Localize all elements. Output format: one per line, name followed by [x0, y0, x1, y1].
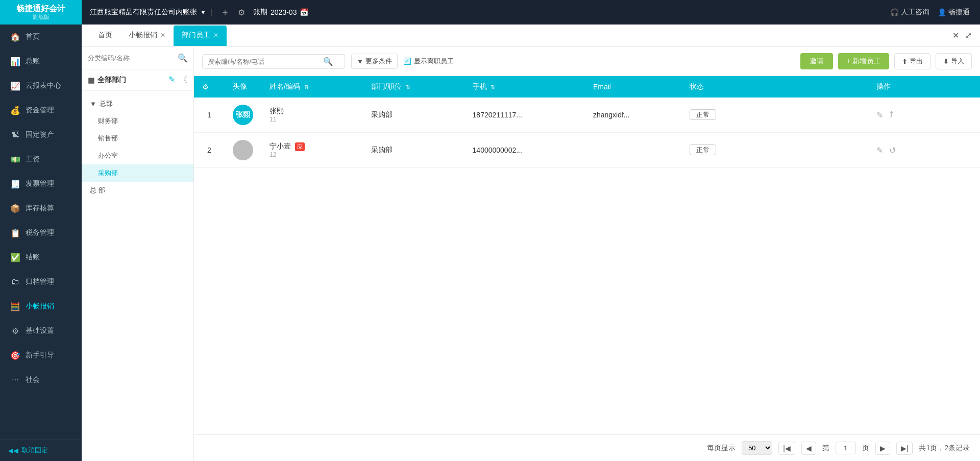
- dept-tree-item-zong-bu2[interactable]: 总 部: [82, 182, 193, 199]
- invite-button[interactable]: 邀请: [800, 53, 833, 69]
- dept-tree-item-zongbu[interactable]: ▼ 总部: [82, 95, 193, 112]
- row-email: [585, 133, 681, 168]
- company-selector[interactable]: 江西服宝精品有限责任公司内账张 ▼: [90, 8, 206, 17]
- dept-tree: ▼ 总部 财务部 销售部 办公室 采购部: [82, 91, 193, 461]
- page-input[interactable]: [836, 442, 856, 454]
- support-button[interactable]: 🎧 人工咨询: [890, 8, 929, 17]
- delete-icon[interactable]: ↺: [889, 145, 896, 155]
- next-page-button[interactable]: ▶: [875, 442, 890, 455]
- sidebar-item-guide[interactable]: 🎯 新手引导: [0, 343, 82, 368]
- sidebar-item-reports[interactable]: 📈 云报表中心: [0, 74, 82, 98]
- calendar-icon: 📅: [300, 8, 308, 16]
- row-status: 正常: [681, 98, 868, 133]
- sidebar-item-more[interactable]: ··· 社会: [0, 368, 82, 392]
- add-dept-icon[interactable]: ✎: [168, 75, 175, 85]
- app-title: 畅捷通好会计: [16, 4, 65, 13]
- dept-header: ▦ 全部部门 ✎ 《: [82, 69, 193, 91]
- dept-tree-item-bangong[interactable]: 办公室: [82, 147, 193, 164]
- employee-code: 11: [270, 116, 355, 123]
- sort-icon: ⇅: [491, 84, 495, 90]
- sidebar-item-general[interactable]: 📊 总账: [0, 49, 82, 74]
- sidebar-item-inventory[interactable]: 📦 库存核算: [0, 196, 82, 221]
- wages-icon: 💵: [10, 154, 20, 164]
- col-settings[interactable]: ⚙: [194, 76, 225, 98]
- dept-tree-item-caiwu[interactable]: 财务部: [82, 112, 193, 130]
- row-phone: 18720211117...: [464, 98, 585, 133]
- inventory-icon: 📦: [10, 203, 20, 213]
- row-avatar: 张熙: [225, 98, 261, 133]
- prev-page-button[interactable]: ◀: [801, 442, 816, 455]
- tab-home[interactable]: 首页: [90, 26, 120, 46]
- sidebar-item-archive[interactable]: 🗂 归档管理: [0, 270, 82, 294]
- row-avatar: [225, 133, 261, 168]
- add-tab-button[interactable]: ＋: [220, 6, 230, 18]
- table-row: 1 张熙 张熙 11 采购部 18720211117...: [194, 98, 980, 133]
- sidebar-item-wages[interactable]: 💵 工资: [0, 147, 82, 172]
- home-icon: 🏠: [10, 32, 20, 42]
- action-icons: ✎ ⤴: [876, 110, 972, 120]
- edit-icon[interactable]: ✎: [876, 145, 883, 155]
- col-dept-pos[interactable]: 部门/职位 ⇅: [363, 76, 464, 98]
- sidebar-item-funds[interactable]: 💰 资金管理: [0, 98, 82, 123]
- last-page-button[interactable]: ▶|: [896, 442, 913, 455]
- dept-name: 采购部: [98, 168, 118, 178]
- sidebar-item-tax[interactable]: 📋 税务管理: [0, 221, 82, 245]
- maximize-button[interactable]: ⤢: [965, 31, 972, 40]
- import-button[interactable]: ⬇ 导入: [936, 53, 972, 69]
- tab-expense[interactable]: 小畅报销 ✕: [120, 26, 174, 46]
- sidebar-item-home[interactable]: 🏠 首页: [0, 25, 82, 49]
- add-employee-button[interactable]: + 新增员工: [838, 53, 889, 69]
- close-window-button[interactable]: ✕: [952, 31, 959, 40]
- dept-tree-item-caigou[interactable]: 采购部: [82, 164, 193, 182]
- filter-icon: ▼: [357, 58, 363, 65]
- logout-icon[interactable]: ⤴: [889, 110, 893, 120]
- settings-icon[interactable]: ⚙: [238, 8, 245, 17]
- page-unit: 页: [862, 444, 869, 453]
- chart-icon: 📊: [10, 56, 20, 66]
- company-name: 江西服宝精品有限责任公司内账张: [90, 8, 197, 17]
- sort-icon: ⇅: [406, 84, 410, 90]
- search-input[interactable]: [208, 58, 320, 65]
- period-selector[interactable]: 账期 2023-03 📅: [253, 8, 308, 17]
- sidebar-item-expense[interactable]: 🧮 小畅报销: [0, 294, 82, 319]
- col-status: 状态: [681, 76, 868, 98]
- all-dept-label[interactable]: ▦ 全部部门: [88, 76, 126, 85]
- sidebar-item-settings[interactable]: ⚙ 基础设置: [0, 319, 82, 343]
- sidebar-item-checkout[interactable]: ✅ 结账: [0, 245, 82, 270]
- employee-name: 张熙: [270, 107, 355, 116]
- user-menu[interactable]: 👤 畅捷通: [938, 8, 970, 17]
- tab-label: 小畅报销: [129, 31, 157, 40]
- toolbar: 🔍 ▼ 更多条件 显示离职员工 邀请 + 新增员工 ⬆: [194, 47, 980, 76]
- status-badge: 正常: [690, 109, 716, 120]
- show-resigned-checkbox[interactable]: 显示离职员工: [404, 57, 454, 66]
- first-page-button[interactable]: |◀: [778, 442, 795, 455]
- dept-tree-item-xiaoshou[interactable]: 销售部: [82, 130, 193, 147]
- user-label: 畅捷通: [948, 8, 970, 17]
- invoices-icon: 🧾: [10, 179, 20, 189]
- cancel-fix-button[interactable]: ◀◀ 取消固定: [0, 439, 82, 461]
- total-label: 共1页，2条记录: [919, 444, 970, 453]
- assets-icon: 🏗: [10, 130, 20, 140]
- app-logo[interactable]: 畅捷通好会计 旗舰版: [0, 0, 82, 25]
- sidebar-item-label: 社会: [26, 375, 40, 384]
- user-icon: 👤: [938, 8, 946, 16]
- sidebar-item-invoices[interactable]: 🧾 发票管理: [0, 172, 82, 196]
- dept-search-input[interactable]: [88, 54, 174, 62]
- row-phone: 14000000002...: [464, 133, 585, 168]
- export-button[interactable]: ⬆ 导出: [894, 53, 930, 69]
- status-badge: 正常: [690, 144, 716, 155]
- employees-table-container: ⚙ 头像 姓名/编码 ⇅ 部门/职位: [194, 76, 980, 434]
- sidebar-item-assets[interactable]: 🏗 固定资产: [0, 123, 82, 147]
- per-page-select[interactable]: 50 10 20 100: [742, 441, 772, 455]
- col-phone[interactable]: 手机 ⇅: [464, 76, 585, 98]
- tabs-bar: 首页 小畅报销 ✕ 部门员工 ✕ ✕ ⤢: [82, 25, 980, 47]
- tab-close-expense[interactable]: ✕: [160, 32, 165, 39]
- collapse-icon[interactable]: 《: [179, 75, 187, 85]
- search-icon: 🔍: [323, 57, 333, 66]
- filter-button[interactable]: ▼ 更多条件: [351, 54, 398, 69]
- tab-close-employees[interactable]: ✕: [213, 32, 218, 39]
- col-name-code[interactable]: 姓名/编码 ⇅: [261, 76, 363, 98]
- sidebar-item-label: 资金管理: [26, 106, 54, 115]
- tab-employees[interactable]: 部门员工 ✕: [174, 26, 227, 46]
- edit-icon[interactable]: ✎: [876, 110, 883, 120]
